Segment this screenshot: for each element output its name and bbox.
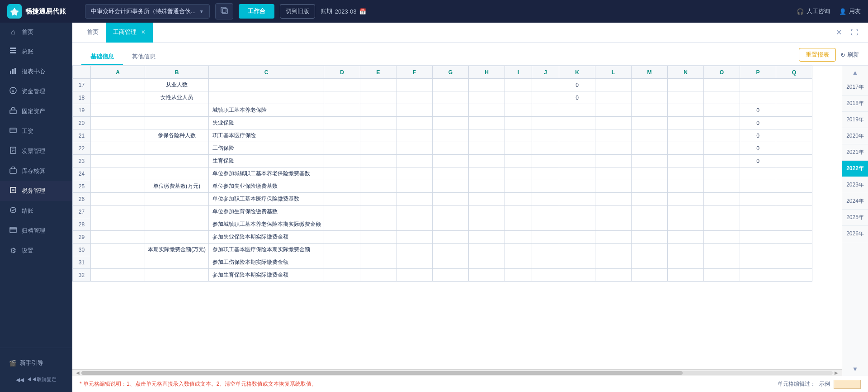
cell-a[interactable] xyxy=(91,256,145,269)
sidebar-item-salary[interactable]: 工资 xyxy=(0,121,72,141)
cell-empty[interactable] xyxy=(532,218,559,231)
cell-empty[interactable] xyxy=(595,269,632,282)
cell-k[interactable]: 0 xyxy=(559,91,595,104)
cell-empty[interactable] xyxy=(668,193,704,206)
cell-c[interactable]: 单位参加城镇职工基本养老保险缴费基数 xyxy=(209,167,324,180)
old-version-button[interactable]: 切到旧版 xyxy=(280,4,315,19)
cell-k[interactable] xyxy=(559,142,595,155)
cell-empty[interactable] xyxy=(433,167,469,180)
cell-empty[interactable] xyxy=(704,231,740,244)
cell-k[interactable] xyxy=(559,129,595,142)
cell-empty[interactable] xyxy=(632,244,668,256)
cell-empty[interactable] xyxy=(505,79,532,91)
cell-empty[interactable] xyxy=(324,193,360,206)
cell-empty[interactable] xyxy=(324,206,360,218)
cell-empty[interactable] xyxy=(469,167,505,180)
cell-empty[interactable] xyxy=(360,244,396,256)
cell-p[interactable] xyxy=(740,167,776,180)
cell-empty[interactable] xyxy=(469,231,505,244)
cell-empty[interactable] xyxy=(324,269,360,282)
sidebar-item-archive[interactable]: 归档管理 xyxy=(0,221,72,241)
cell-empty[interactable] xyxy=(396,155,433,167)
sidebar-item-capital[interactable]: ¥ 资金管理 xyxy=(0,81,72,101)
cell-c[interactable]: 参加城镇职工基本养老保险本期实际缴费金额 xyxy=(209,218,324,231)
cell-empty[interactable] xyxy=(324,218,360,231)
cell-empty[interactable] xyxy=(595,104,632,117)
cell-empty[interactable] xyxy=(469,244,505,256)
cell-empty[interactable] xyxy=(396,206,433,218)
cell-empty[interactable] xyxy=(396,91,433,104)
cell-empty[interactable] xyxy=(433,256,469,269)
cell-empty[interactable] xyxy=(433,218,469,231)
cell-p[interactable] xyxy=(740,193,776,206)
cell-empty[interactable] xyxy=(433,155,469,167)
cell-empty[interactable] xyxy=(704,155,740,167)
sidebar-item-ledger[interactable]: 总账 xyxy=(0,42,72,62)
cell-empty[interactable] xyxy=(469,193,505,206)
cell-empty[interactable] xyxy=(668,269,704,282)
cell-empty[interactable] xyxy=(324,91,360,104)
cell-q[interactable] xyxy=(776,256,812,269)
tab-close-icon[interactable]: ✕ xyxy=(141,29,146,35)
cell-empty[interactable] xyxy=(469,256,505,269)
cell-b[interactable]: 本期实际缴费金额(万元) xyxy=(145,244,209,256)
cell-empty[interactable] xyxy=(324,256,360,269)
sidebar-item-settings[interactable]: ⚙ 设置 xyxy=(0,241,72,260)
cell-empty[interactable] xyxy=(396,269,433,282)
cell-empty[interactable] xyxy=(505,117,532,129)
cell-empty[interactable] xyxy=(324,79,360,91)
cell-empty[interactable] xyxy=(469,218,505,231)
cell-b[interactable] xyxy=(145,193,209,206)
cell-empty[interactable] xyxy=(704,180,740,193)
year-item[interactable]: 2024年 xyxy=(842,193,868,210)
cell-a[interactable] xyxy=(91,91,145,104)
cell-p[interactable]: 0 xyxy=(740,129,776,142)
sub-tab-other[interactable]: 其他信息 xyxy=(123,49,165,65)
cell-p[interactable]: 0 xyxy=(740,104,776,117)
cell-empty[interactable] xyxy=(469,91,505,104)
cell-empty[interactable] xyxy=(704,142,740,155)
scroll-thumb[interactable] xyxy=(81,371,683,375)
cell-q[interactable] xyxy=(776,231,812,244)
cell-b[interactable] xyxy=(145,231,209,244)
cell-q[interactable] xyxy=(776,218,812,231)
sidebar-item-tax[interactable]: 税务管理 xyxy=(0,181,72,201)
cell-a[interactable] xyxy=(91,193,145,206)
cell-empty[interactable] xyxy=(704,117,740,129)
cell-empty[interactable] xyxy=(396,117,433,129)
cell-k[interactable] xyxy=(559,117,595,129)
cell-empty[interactable] xyxy=(360,104,396,117)
cell-empty[interactable] xyxy=(396,104,433,117)
cell-empty[interactable] xyxy=(469,155,505,167)
year-item[interactable]: 2022年 xyxy=(842,161,868,177)
cell-empty[interactable] xyxy=(595,256,632,269)
cell-q[interactable] xyxy=(776,79,812,91)
cell-c[interactable]: 城镇职工基本养老保险 xyxy=(209,104,324,117)
cell-empty[interactable] xyxy=(396,129,433,142)
cell-a[interactable] xyxy=(91,142,145,155)
cell-q[interactable] xyxy=(776,91,812,104)
cell-a[interactable] xyxy=(91,206,145,218)
cell-empty[interactable] xyxy=(704,218,740,231)
cell-empty[interactable] xyxy=(396,244,433,256)
year-item[interactable]: 2021年 xyxy=(842,144,868,161)
cell-empty[interactable] xyxy=(595,167,632,180)
year-item[interactable]: 2025年 xyxy=(842,210,868,226)
cell-empty[interactable] xyxy=(469,104,505,117)
cell-p[interactable] xyxy=(740,269,776,282)
refresh-button[interactable]: ↻ 刷新 xyxy=(840,51,859,59)
cell-empty[interactable] xyxy=(595,129,632,142)
cell-empty[interactable] xyxy=(433,104,469,117)
cell-empty[interactable] xyxy=(532,256,559,269)
cell-empty[interactable] xyxy=(668,256,704,269)
cell-empty[interactable] xyxy=(433,129,469,142)
cell-c[interactable]: 单位参加失业保险缴费基数 xyxy=(209,180,324,193)
cell-empty[interactable] xyxy=(632,91,668,104)
cell-empty[interactable] xyxy=(595,193,632,206)
cell-empty[interactable] xyxy=(704,256,740,269)
cell-q[interactable] xyxy=(776,142,812,155)
newbie-guide-button[interactable]: 🎬 新手引导 xyxy=(0,354,72,373)
consultation-button[interactable]: 🎧 人工咨询 xyxy=(797,7,830,15)
cell-a[interactable] xyxy=(91,104,145,117)
window-expand-button[interactable]: ⛶ xyxy=(848,27,861,38)
